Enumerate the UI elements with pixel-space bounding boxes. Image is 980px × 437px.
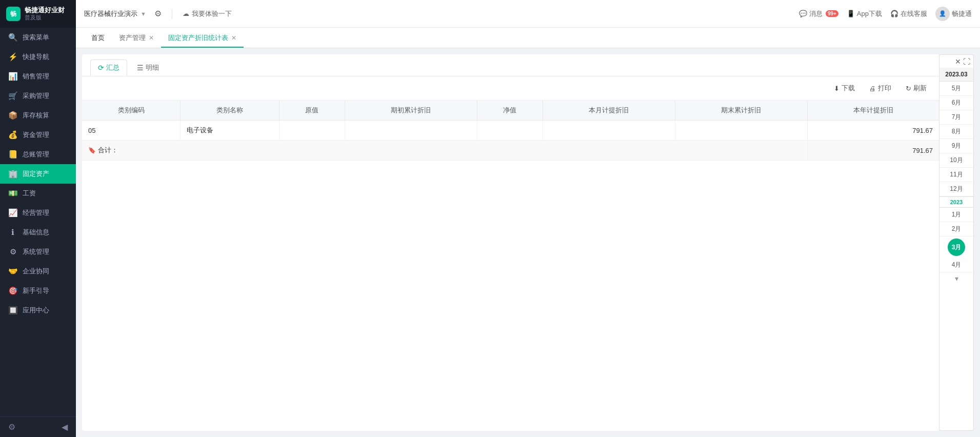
sidebar-icon-apps: 🔲 [8,306,17,315]
print-label: 打印 [878,84,891,93]
table-total-row: 🔖 合计： 791.67 [82,141,939,161]
message-badge: 99+ [826,10,838,17]
cell-annual-0: 791.67 [807,121,939,141]
col-category-name: 类别名称 [181,101,279,121]
user-avatar: 👤 [935,7,950,21]
sub-tabs: ⟳ 汇总 ☰ 明细 [82,54,939,76]
tab-asset-label: 资产管理 [119,33,146,43]
refresh-btn[interactable]: ↻ 刷新 [902,82,931,95]
app-download-label: App下载 [857,9,882,18]
sidebar-header: 畅 畅捷通好业财 普及版 [0,0,76,28]
date-month-item[interactable]: 11月 [939,168,973,182]
total-label: 🔖 合计： [82,141,807,161]
summary-icon: ⟳ [98,64,104,72]
col-monthly-depr: 本月计提折旧 [543,101,675,121]
date-panel-container: ✕ ⛶ 2023.03 5月6月7月8月9月10月11月12月 2023 1月2… [939,54,974,431]
date-month-item[interactable]: 12月 [939,182,973,196]
collapse-icon[interactable]: ◀ [62,422,68,432]
table-wrap: 类别编码 类别名称 原值 期初累计折旧 净值 本月计提折旧 期末累计折旧 本年计… [82,101,939,431]
online-service-label: 在线客服 [901,9,927,18]
date-scroll-down-icon[interactable]: ▾ [939,272,973,285]
sidebar-icon-guide: 🎯 [8,286,17,295]
sidebar-icon-basic-info: ℹ [8,228,17,237]
sidebar-scroll: 🔍搜索菜单⚡快捷导航📊销售管理🛒采购管理📦库存核算💰资金管理📒总账管理🏢固定资产… [0,28,76,416]
sidebar-item-ledger[interactable]: 📒总账管理 [0,145,76,164]
tab-depreciation-close[interactable]: ✕ [231,34,236,42]
tab-fixed-asset-depreciation[interactable]: 固定资产折旧统计表 ✕ [161,29,244,48]
sidebar-label-system: 系统管理 [23,247,49,256]
cell-period-start-0 [345,121,477,141]
sidebar-item-fixed-asset[interactable]: 🏢固定资产 [0,164,76,184]
depreciation-table: 类别编码 类别名称 原值 期初累计折旧 净值 本月计提折旧 期末累计折旧 本年计… [82,101,939,161]
date-month-item[interactable]: 9月 [939,139,973,153]
sidebar-item-system[interactable]: ⚙系统管理 [0,242,76,262]
detail-icon: ☰ [137,64,144,72]
experience-icon: ☁ [183,10,189,17]
tab-home[interactable]: 首页 [84,29,112,48]
date-panel-close-btn[interactable]: ✕ [955,57,961,66]
sidebar-label-enterprise: 企业协同 [23,267,49,276]
date-month-item[interactable]: 1月 [939,208,973,222]
sidebar-label-salary: 工资 [23,189,36,198]
sidebar-label-fixed-asset: 固定资产 [23,169,49,178]
sidebar-item-purchase[interactable]: 🛒采购管理 [0,86,76,106]
date-month-item[interactable]: 4月 [939,258,973,272]
sub-tab-detail[interactable]: ☰ 明细 [129,59,167,76]
sidebar-label-funds: 资金管理 [23,130,49,140]
sidebar-icon-enterprise: 🤝 [8,267,17,276]
date-month-item[interactable]: 6月 [939,96,973,110]
content-main: ⟳ 汇总 ☰ 明细 ⬇ 下载 🖨 打印 ↻ [82,54,939,431]
cell-period-end-0 [675,121,807,141]
sidebar-item-apps[interactable]: 🔲应用中心 [0,301,76,320]
sidebar-item-basic-info[interactable]: ℹ基础信息 [0,223,76,242]
download-btn[interactable]: ⬇ 下载 [830,82,859,95]
sidebar-label-search: 搜索菜单 [23,33,49,42]
sidebar-label-quicknav: 快捷导航 [23,52,49,62]
sidebar-label-purchase: 采购管理 [23,91,49,101]
sidebar-item-funds[interactable]: 💰资金管理 [0,125,76,145]
date-month-item[interactable]: 5月 [939,82,973,96]
cell-orig-0 [279,121,345,141]
settings-footer-icon[interactable]: ⚙ [8,422,15,432]
user-menu[interactable]: 👤 畅捷通 [935,7,972,21]
message-label: 消息 [809,9,823,18]
message-btn[interactable]: 💬 消息 99+ [799,9,838,18]
sidebar-item-enterprise[interactable]: 🤝企业协同 [0,262,76,281]
sidebar-label-basic-info: 基础信息 [23,228,49,237]
sidebar-item-salary[interactable]: 💵工资 [0,184,76,203]
tab-asset-close[interactable]: ✕ [149,34,154,42]
sidebar-icon-inventory: 📦 [8,111,17,120]
online-service-btn[interactable]: 🎧 在线客服 [890,9,927,18]
sidebar-item-sales[interactable]: 📊销售管理 [0,67,76,86]
print-btn[interactable]: 🖨 打印 [865,82,895,95]
date-panel-expand-btn[interactable]: ⛶ [963,57,970,66]
sub-tab-summary[interactable]: ⟳ 汇总 [90,59,127,76]
logo-icon: 畅 [6,7,21,21]
sidebar-icon-salary: 💵 [8,189,17,198]
cell-code-0: 05 [82,121,181,141]
date-months-scroll[interactable]: 5月6月7月8月9月10月11月12月 2023 1月2月3月4月 ▾ [939,82,973,429]
sidebar-item-inventory[interactable]: 📦库存核算 [0,106,76,125]
topbar-settings-icon[interactable]: ⚙ [154,9,162,18]
sidebar-item-search[interactable]: 🔍搜索菜单 [0,28,76,47]
tab-asset-management[interactable]: 资产管理 ✕ [112,29,161,48]
app-subtitle: 普及版 [25,14,65,22]
sidebar-item-operations[interactable]: 📈经营管理 [0,203,76,223]
message-icon: 💬 [799,10,807,17]
date-month-item[interactable]: 10月 [939,153,973,168]
col-original-value: 原值 [279,101,345,121]
refresh-icon: ↻ [906,85,911,92]
date-month-item[interactable]: 2月 [939,222,973,236]
table-row: 05 电子设备 791.67 [82,121,939,141]
sidebar-label-operations: 经营管理 [23,208,49,217]
experience-text: 我要体验一下 [192,9,232,18]
date-month-item[interactable]: 7月 [939,110,973,125]
date-month-item[interactable]: 8月 [939,125,973,139]
sidebar-item-guide[interactable]: 🎯新手引导 [0,281,76,301]
experience-btn[interactable]: ☁ 我要体验一下 [183,9,232,18]
sidebar-item-quicknav[interactable]: ⚡快捷导航 [0,47,76,67]
col-annual-depr: 本年计提折旧 [807,101,939,121]
date-month-item[interactable]: 3月 [948,239,965,256]
company-selector[interactable]: 医疗器械行业演示 ▼ [84,9,146,18]
app-download-btn[interactable]: 📱 App下载 [847,9,882,18]
